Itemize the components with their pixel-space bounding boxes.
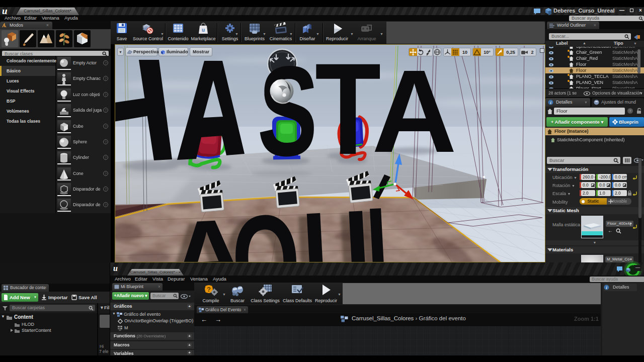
svg-text:S: S [256,45,320,183]
svg-text:T: T [315,45,381,181]
svg-text:u: u [202,27,205,33]
svg-text:?: ? [207,286,211,293]
svg-text:A: A [372,45,457,177]
